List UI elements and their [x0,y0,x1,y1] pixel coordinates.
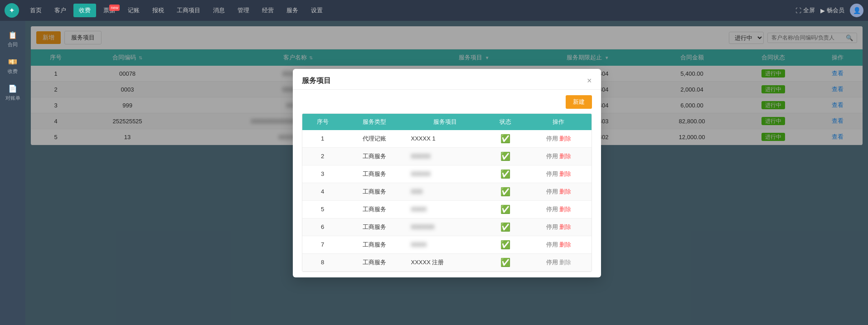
stop-button[interactable]: 停用 [546,241,558,249]
modal-cell-seq: 6 [302,218,343,236]
fullscreen-icon: ⛶ [795,7,801,14]
list-item: 3 工商服务 XXXXX ✅ 停用 删除 [302,165,592,183]
app-logo: ✦ [5,3,19,18]
modal-cell-type: 代理记账 [343,130,406,148]
modal-col-action: 操作 [526,114,591,130]
new-badge: new [109,5,120,11]
modal-cell-status: ✅ [485,200,526,218]
sidebar-label-statement: 对账单 [5,95,20,101]
stop-button[interactable]: 停用 [546,188,558,196]
modal-cell-seq: 8 [302,253,343,271]
modal-cell-action: 停用 删除 [526,200,591,218]
main-layout: 📋 合同 💴 收费 📄 对账单 新增 服务项目 进行中 已完成 已终止 [0,21,868,325]
list-item: 8 工商服务 XXXXX 注册 ✅ 停用 删除 [302,253,592,271]
nav-settings[interactable]: 设置 [305,4,328,17]
status-check-icon: ✅ [500,258,510,267]
list-item: 4 工商服务 XXX ✅ 停用 删除 [302,183,592,200]
nav-invoice[interactable]: 票据 new [98,4,121,17]
modal-cell-status: ✅ [485,236,526,253]
modal-cell-item: XXXX [405,236,485,253]
sidebar-item-contract[interactable]: 📋 合同 [0,25,25,52]
statement-icon: 📄 [8,83,18,93]
modal-close-button[interactable]: × [587,77,592,85]
nav-message[interactable]: 消息 [208,4,230,17]
modal-service-table: 序号 服务类型 服务项目 状态 操作 1 代理记账 XXXXX 1 ✅ 停用 [302,114,592,272]
list-item: 5 工商服务 XXXX ✅ 停用 删除 [302,200,592,218]
modal-cell-type: 工商服务 [343,165,406,183]
modal-new-button[interactable]: 新建 [566,95,592,109]
modal-cell-type: 工商服务 [343,253,406,271]
nav-business[interactable]: 工商项目 [171,4,206,17]
fee-icon: 💴 [8,57,18,67]
stop-button[interactable]: 停用 [546,258,558,267]
modal-cell-seq: 4 [302,183,343,200]
delete-button[interactable]: 删除 [559,205,571,213]
sidebar-item-fee[interactable]: 💴 收费 [0,52,25,79]
modal-toolbar: 新建 [302,95,592,113]
delete-button[interactable]: 删除 [559,170,571,178]
delete-button[interactable]: 删除 [559,152,571,160]
delete-button[interactable]: 删除 [559,241,571,249]
modal-cell-item: XXXXX 1 [405,130,485,148]
status-check-icon: ✅ [500,240,510,249]
stop-button[interactable]: 停用 [546,170,558,178]
member-button[interactable]: ▶ 畅会员 [820,6,844,15]
user-avatar[interactable]: 👤 [850,4,863,17]
fullscreen-button[interactable]: ⛶ 全屏 [795,6,815,15]
top-navigation: ✦ 首页 客户 收费 票据 new 记账 报税 工商项目 消息 管理 经营 服务… [0,0,868,21]
modal-cell-status: ✅ [485,147,526,165]
content-area: 新增 服务项目 进行中 已完成 已终止 🔍 [25,21,868,325]
sidebar-label-fee: 收费 [8,68,18,74]
delete-button[interactable]: 删除 [559,188,571,196]
stop-button[interactable]: 停用 [546,152,558,160]
modal-body: 新建 序号 服务类型 服务项目 状态 操作 [293,90,601,277]
modal-cell-type: 工商服务 [343,218,406,236]
modal-cell-seq: 2 [302,147,343,165]
modal-cell-status: ✅ [485,183,526,200]
sidebar-label-contract: 合同 [8,42,18,48]
stop-button[interactable]: 停用 [546,205,558,213]
status-check-icon: ✅ [500,187,510,196]
status-check-icon: ✅ [500,205,510,214]
modal-col-item: 服务项目 [405,114,485,130]
modal-cell-action: 停用 删除 [526,253,591,271]
status-check-icon: ✅ [500,152,510,161]
nav-customer[interactable]: 客户 [49,4,72,17]
list-item: 1 代理记账 XXXXX 1 ✅ 停用 删除 [302,130,592,148]
stop-button[interactable]: 停用 [546,223,558,231]
nav-service[interactable]: 服务 [281,4,304,17]
left-sidebar: 📋 合同 💴 收费 📄 对账单 [0,21,25,325]
modal-col-status: 状态 [485,114,526,130]
modal-cell-action: 停用 删除 [526,130,591,148]
modal-cell-seq: 7 [302,236,343,253]
modal-cell-type: 工商服务 [343,183,406,200]
modal-cell-action: 停用 删除 [526,165,591,183]
delete-button[interactable]: 删除 [559,135,571,143]
modal-cell-type: 工商服务 [343,236,406,253]
status-check-icon: ✅ [500,223,510,232]
modal-cell-action: 停用 删除 [526,147,591,165]
modal-cell-type: 工商服务 [343,200,406,218]
modal-cell-seq: 3 [302,165,343,183]
nav-manage[interactable]: 管理 [232,4,255,17]
play-icon: ▶ [820,7,825,14]
delete-button[interactable]: 删除 [559,258,571,267]
nav-bookkeeping[interactable]: 记账 [122,4,145,17]
sidebar-item-statement[interactable]: 📄 对账单 [0,79,25,106]
contract-icon: 📋 [8,30,18,40]
nav-home[interactable]: 首页 [24,4,47,17]
modal-cell-status: ✅ [485,165,526,183]
modal-cell-type: 工商服务 [343,147,406,165]
modal-cell-item: XXXXX [405,165,485,183]
modal-title: 服务项目 [302,76,331,86]
modal-cell-seq: 5 [302,200,343,218]
delete-button[interactable]: 删除 [559,223,571,231]
nav-tax[interactable]: 报税 [147,4,170,17]
nav-operation[interactable]: 经营 [257,4,279,17]
modal-cell-status: ✅ [485,218,526,236]
modal-table-wrap[interactable]: 序号 服务类型 服务项目 状态 操作 1 代理记账 XXXXX 1 ✅ 停用 [302,113,592,272]
nav-fee[interactable]: 收费 [73,4,96,17]
modal-cell-action: 停用 删除 [526,183,591,200]
modal-cell-status: ✅ [485,253,526,271]
stop-button[interactable]: 停用 [546,135,558,143]
